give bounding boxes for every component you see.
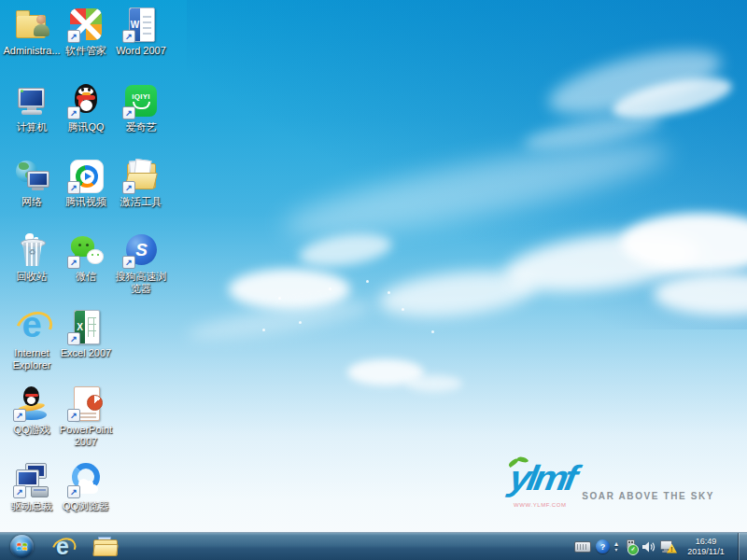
tencent-video-icon: ↗ [67, 157, 105, 194]
windows-flag-icon [16, 540, 28, 553]
chevron-up-icon: ▴ [614, 540, 618, 547]
shortcut-arrow-icon: ↗ [13, 409, 26, 422]
sogou-browser-icon: S ↗ [122, 231, 160, 269]
icon-label: 计算机 [17, 121, 48, 133]
desktop-icon-tencent-video[interactable]: ↗ 腾讯视频 [56, 157, 116, 208]
desktop-icon-internet-explorer[interactable]: e Internet Explorer [2, 308, 62, 371]
windows-desktop-screen: ylmf WWW.YLMF.COM SOAR ABOVE THE SKY Adm… [0, 0, 747, 560]
qq-penguin-icon: ↗ [67, 82, 105, 119]
clock-time: 16:49 [681, 537, 731, 547]
folder-icon: ↗ [122, 157, 160, 194]
network-status-icon[interactable]: ! [660, 540, 676, 553]
internet-explorer-icon: e [13, 308, 50, 345]
icon-label: 爱奇艺 [126, 121, 157, 133]
iqiyi-icon: iQIYI ↗ [122, 82, 160, 119]
powerpoint-icon: ↗ [67, 385, 105, 422]
icon-label: 软件管家 [65, 45, 106, 57]
icon-label: Internet Explorer [2, 347, 62, 371]
icon-label: QQ浏览器 [63, 500, 109, 512]
icon-label: QQ游戏 [13, 424, 49, 436]
shortcut-arrow-icon: ↗ [67, 30, 80, 43]
help-tray-icon[interactable]: ? [596, 539, 610, 553]
shortcut-arrow-icon: ↗ [67, 485, 80, 498]
desktop-icon-network[interactable]: 网络 [2, 157, 62, 208]
ylmf-watermark: ylmf WWW.YLMF.COM SOAR ABOVE THE SKY [504, 464, 714, 514]
ylmf-tagline: SOAR ABOVE THE SKY [582, 491, 714, 501]
start-button[interactable] [6, 534, 37, 560]
desktop-icon-powerpoint-2007[interactable]: ↗ PowerPoint 2007 [56, 385, 116, 448]
shortcut-arrow-icon: ↗ [67, 332, 80, 345]
shortcut-arrow-icon: ↗ [67, 256, 80, 269]
ylmf-logo-text: ylmf [506, 458, 577, 498]
desktop-icon-software-manager[interactable]: ↗ 软件管家 [56, 6, 116, 57]
desktop-icon-wechat[interactable]: ↗ 微信 [56, 231, 116, 283]
shortcut-arrow-icon: ↗ [122, 106, 135, 119]
icon-label: Administra... [3, 45, 60, 57]
icon-label: 微信 [76, 271, 96, 283]
show-desktop-button[interactable] [738, 533, 747, 560]
show-hidden-icons-button[interactable]: ▴ ▾ [614, 540, 618, 553]
desktop-icon-computer[interactable]: 计算机 [2, 82, 62, 133]
user-folder-icon [13, 6, 50, 43]
icon-label: Excel 2007 [61, 347, 111, 359]
icon-label: PowerPoint 2007 [56, 424, 116, 448]
icon-label: 网络 [21, 196, 42, 208]
recycle-bin-icon: ♻ [13, 231, 50, 269]
wechat-icon: ↗ [67, 231, 105, 269]
safely-remove-hardware-icon[interactable]: ✓ [623, 539, 637, 553]
desktop-icon-drvceo[interactable]: ↗ 驱动总裁 [2, 461, 62, 512]
shortcut-arrow-icon: ↗ [13, 485, 26, 498]
desktop-icon-excel-2007[interactable]: X ↗ Excel 2007 [56, 308, 116, 359]
taskbar-explorer-button[interactable] [88, 534, 123, 560]
desktop-wallpaper[interactable]: ylmf WWW.YLMF.COM SOAR ABOVE THE SKY Adm… [0, 0, 747, 532]
desktop-icon-sogou-browser[interactable]: S ↗ 搜狗高速浏览器 [111, 231, 171, 295]
desktop-icon-recycle-bin[interactable]: ♻ 回收站 [2, 231, 62, 283]
check-icon: ✓ [627, 544, 639, 555]
desktop-icon-iqiyi[interactable]: iQIYI ↗ 爱奇艺 [111, 82, 171, 133]
sky-gradient-overlay [187, 0, 747, 329]
driver-tool-icon: ↗ [13, 461, 50, 498]
shortcut-arrow-icon: ↗ [67, 106, 80, 119]
computer-icon [13, 82, 50, 119]
word-icon: W ↗ [122, 6, 160, 43]
folder-icon [93, 537, 118, 556]
desktop-icon-activation-tools[interactable]: ↗ 激活工具 [111, 157, 171, 208]
shortcut-arrow-icon: ↗ [67, 181, 80, 194]
excel-icon: X ↗ [67, 308, 105, 345]
taskbar-internet-explorer-button[interactable]: e [45, 534, 80, 560]
desktop-icon-tencent-qq[interactable]: ↗ 腾讯QQ [56, 82, 116, 133]
shortcut-arrow-icon: ↗ [122, 30, 135, 43]
chevron-down-icon: ▾ [614, 547, 617, 553]
icon-label: 回收站 [17, 271, 48, 283]
shortcut-arrow-icon: ↗ [67, 409, 80, 422]
system-tray: ? ▴ ▾ ✓ ! 16:49 2019 [570, 533, 747, 560]
desktop-icon-qq-browser[interactable]: ↗ QQ浏览器 [56, 461, 116, 512]
icon-label: 搜狗高速浏览器 [111, 271, 171, 295]
desktop-icon-qq-games[interactable]: ↗ QQ游戏 [2, 385, 62, 436]
windows-orb-icon [10, 535, 34, 558]
network-icon [13, 157, 50, 194]
software-manager-icon: ↗ [67, 6, 105, 43]
volume-icon[interactable] [641, 540, 655, 553]
taskbar: e ? ▴ ▾ ✓ [0, 532, 747, 560]
desktop-icon-administrator-folder[interactable]: Administra... [2, 6, 62, 57]
internet-explorer-icon: e [50, 535, 75, 559]
icon-label: 腾讯视频 [65, 196, 106, 208]
qq-games-icon: ↗ [13, 385, 50, 422]
icon-label: 激活工具 [120, 196, 162, 208]
input-language-icon[interactable] [574, 541, 591, 553]
taskbar-clock[interactable]: 16:49 2019/11/1 [681, 537, 731, 557]
shortcut-arrow-icon: ↗ [122, 181, 135, 194]
shortcut-arrow-icon: ↗ [122, 256, 135, 269]
icon-label: 腾讯QQ [67, 121, 104, 133]
clock-date: 2019/11/1 [681, 547, 731, 557]
icon-label: Word 2007 [116, 45, 166, 57]
ylmf-url-text: WWW.YLMF.COM [514, 502, 567, 508]
desktop-icon-word-2007[interactable]: W ↗ Word 2007 [111, 6, 171, 57]
qq-browser-icon: ↗ [67, 461, 105, 498]
icon-label: 驱动总裁 [11, 500, 52, 512]
